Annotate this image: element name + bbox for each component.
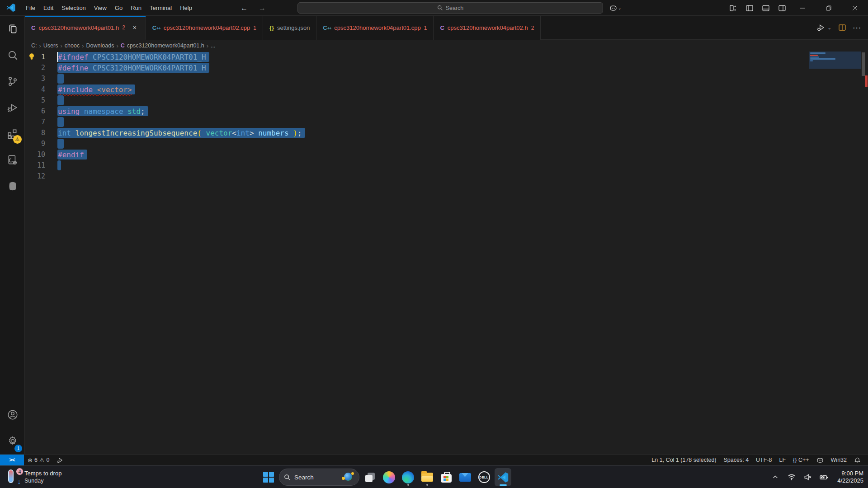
taskbar-app-store[interactable] xyxy=(438,468,454,486)
breadcrumb-segment[interactable]: chooc xyxy=(65,42,80,49)
history-forward-button[interactable]: → xyxy=(257,3,268,14)
breadcrumb-separator-icon: › xyxy=(61,42,62,49)
code-line-2[interactable]: 2#define CPSC3120HOMEWORK04PART01_H xyxy=(25,62,809,73)
status-win32[interactable]: Win32 xyxy=(827,455,850,466)
activity-extension-blob-icon[interactable] xyxy=(0,173,25,199)
split-editor-icon[interactable] xyxy=(839,24,846,31)
minimap[interactable] xyxy=(809,52,861,454)
code-line-7[interactable]: 7 xyxy=(25,117,809,127)
activity-settings-gear-icon[interactable]: 1 xyxy=(0,428,25,454)
status-lf[interactable]: LF xyxy=(776,455,790,466)
more-actions-icon[interactable]: ··· xyxy=(853,24,862,31)
toggle-secondary-sidebar-icon[interactable] xyxy=(778,5,786,12)
breadcrumb-more[interactable]: ... xyxy=(211,42,215,49)
taskbar-app-dell[interactable]: DELL xyxy=(476,468,492,486)
volume-mute-icon[interactable] xyxy=(802,471,814,483)
activity-source-control-icon[interactable] xyxy=(0,68,25,94)
lightbulb-icon[interactable] xyxy=(28,52,36,61)
breadcrumb-segment[interactable]: Downloads xyxy=(86,42,114,49)
taskbar-app-explorer[interactable] xyxy=(419,468,435,486)
menu-item-file[interactable]: File xyxy=(22,3,39,13)
chevron-down-icon[interactable]: ⌄ xyxy=(828,25,831,30)
weather-widget[interactable]: ↓ 4 Temps to drop Sunday xyxy=(4,466,65,488)
tab-cpsc3120homework04part01.cpp[interactable]: C++cpsc3120homework04part01.cpp1 xyxy=(316,16,434,40)
taskbar-app-vscode[interactable] xyxy=(495,468,511,486)
menu-item-view[interactable]: View xyxy=(90,3,111,13)
toggle-panel-icon[interactable] xyxy=(762,5,769,12)
tab-close-icon[interactable]: × xyxy=(130,23,139,32)
tab-settings.json[interactable]: {}settings.json xyxy=(263,16,316,40)
line-number: 9 xyxy=(25,140,57,148)
breadcrumb[interactable]: C:›Users›chooc›Downloads›Ccpsc3120homewo… xyxy=(25,40,809,52)
scrollbar-thumb[interactable] xyxy=(862,52,865,76)
menu-item-help[interactable]: Help xyxy=(176,3,196,13)
minimap-slider[interactable] xyxy=(809,52,861,69)
toggle-sidebar-icon[interactable] xyxy=(746,5,753,12)
debug-status-button[interactable] xyxy=(53,455,67,466)
code-line-10[interactable]: 10#endif xyxy=(25,149,809,160)
run-debug-dropdown-icon[interactable] xyxy=(817,23,825,32)
status-spaces-4[interactable]: Spaces: 4 xyxy=(720,455,753,466)
breadcrumb-segment[interactable]: C: xyxy=(31,42,37,49)
code-line-6[interactable]: 6using namespace std; xyxy=(25,106,809,117)
status-copilot-icon[interactable] xyxy=(813,455,827,466)
breadcrumb-file[interactable]: cpsc3120homework04part01.h xyxy=(127,42,204,49)
status--c-[interactable]: {} C++ xyxy=(789,455,812,466)
code-line-8[interactable]: 8int longestIncreasingSubsequence( vecto… xyxy=(25,127,809,138)
code-editor[interactable]: 1#ifndef CPSC3120HOMEWORK04PART01_H2#def… xyxy=(25,52,809,454)
chevron-down-icon: ⌄ xyxy=(618,6,622,10)
code-line-11[interactable]: 11 xyxy=(25,160,809,171)
tab-cpsc3120homework04part02.h[interactable]: Ccpsc3120homework04part02.h2 xyxy=(434,16,541,40)
code-line-9[interactable]: 9 xyxy=(25,138,809,149)
command-center-search[interactable]: Search xyxy=(297,2,603,14)
breadcrumb-segment[interactable]: Users xyxy=(43,42,58,49)
menu-item-terminal[interactable]: Terminal xyxy=(146,3,176,13)
history-back-button[interactable]: ← xyxy=(239,3,250,14)
code-line-12[interactable]: 12 xyxy=(25,171,809,182)
title-bar: FileEditSelectionViewGoRunTerminalHelp ←… xyxy=(0,0,868,16)
status-utf-8[interactable]: UTF-8 xyxy=(752,455,775,466)
token xyxy=(88,53,93,61)
status-bell-icon[interactable] xyxy=(850,455,864,466)
close-button[interactable] xyxy=(842,0,868,16)
activity-cpp-tools-icon[interactable] xyxy=(0,147,25,173)
activity-account-icon[interactable] xyxy=(0,402,25,428)
menu-item-selection[interactable]: Selection xyxy=(57,3,90,13)
status-ln-1-col-1-178-selected-[interactable]: Ln 1, Col 1 (178 selected) xyxy=(648,455,720,466)
taskbar-app-taskview[interactable] xyxy=(362,468,378,486)
editor-actions: ⌄ ··· xyxy=(817,16,868,39)
menu-item-edit[interactable]: Edit xyxy=(39,3,57,13)
token xyxy=(88,64,93,72)
taskbar-app-start[interactable] xyxy=(260,468,277,486)
copilot-menu-button[interactable]: ⌄ xyxy=(609,3,622,13)
taskbar-app-edge[interactable] xyxy=(400,468,416,486)
taskbar-app-mail[interactable] xyxy=(457,468,473,486)
activity-extensions-icon[interactable]: ⚠ xyxy=(0,121,25,147)
taskbar-clock[interactable]: 9:00 PM 4/22/2025 xyxy=(835,470,863,484)
code-line-5[interactable]: 5 xyxy=(25,95,809,106)
restore-button[interactable] xyxy=(816,0,842,16)
code-line-4[interactable]: 4#include <vector> xyxy=(25,84,809,95)
overview-ruler[interactable] xyxy=(861,52,868,454)
battery-charging-icon[interactable] xyxy=(818,471,830,483)
taskbar-search[interactable]: Search xyxy=(279,469,359,486)
dell-icon: DELL xyxy=(478,471,490,483)
code-line-3[interactable]: 3 xyxy=(25,73,809,84)
customize-layout-icon[interactable] xyxy=(730,5,737,12)
code-line-1[interactable]: 1#ifndef CPSC3120HOMEWORK04PART01_H xyxy=(25,52,809,62)
activity-search-icon[interactable] xyxy=(0,42,25,68)
taskbar-app-copilot[interactable] xyxy=(381,468,397,486)
tray-chevron-up-icon[interactable] xyxy=(769,471,781,483)
activity-explorer-icon[interactable] xyxy=(0,16,25,42)
token: #define xyxy=(58,64,88,72)
tab-cpsc3120homework04part01.h[interactable]: Ccpsc3120homework04part01.h2× xyxy=(25,16,146,40)
minimize-button[interactable] xyxy=(789,0,816,16)
problems-indicator[interactable]: ⊗ 6 ⚠ 0 xyxy=(24,455,53,466)
wifi-icon[interactable] xyxy=(786,471,797,483)
menu-item-run[interactable]: Run xyxy=(127,3,146,13)
tab-cpsc3120homework04part02.cpp[interactable]: C++cpsc3120homework04part02.cpp1 xyxy=(146,16,263,40)
remote-indicator[interactable]: >< xyxy=(0,455,24,466)
line-number: 8 xyxy=(25,129,57,137)
menu-item-go[interactable]: Go xyxy=(111,3,127,13)
activity-run-debug-icon[interactable] xyxy=(0,94,25,121)
